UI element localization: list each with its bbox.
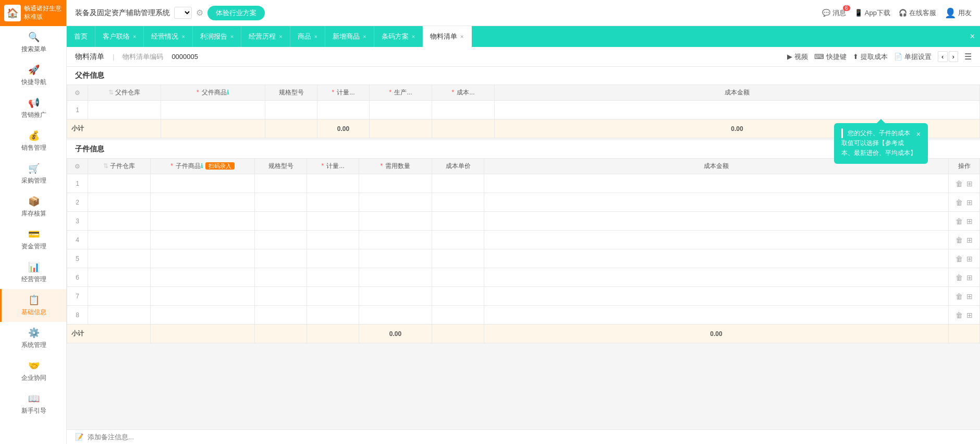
sidebar-item-search[interactable]: 🔍 搜索菜单 bbox=[0, 26, 66, 59]
child-spec-6[interactable] bbox=[255, 268, 307, 287]
copy-btn-6[interactable]: ⊞ bbox=[966, 273, 973, 282]
parent-spec-cell[interactable] bbox=[265, 101, 317, 119]
sidebar-item-system[interactable]: ⚙️ 系统管理 bbox=[0, 322, 66, 355]
tab-close-new-products[interactable]: × bbox=[363, 33, 366, 40]
sidebar-item-finance[interactable]: 💳 资金管理 bbox=[0, 223, 66, 256]
sidebar-item-guide[interactable]: 📖 新手引导 bbox=[0, 388, 66, 421]
note-input[interactable] bbox=[88, 433, 972, 441]
child-cost-unit-8[interactable] bbox=[432, 306, 484, 325]
copy-btn-1[interactable]: ⊞ bbox=[966, 179, 973, 188]
child-need-qty-5[interactable] bbox=[359, 249, 432, 268]
child-cost-unit-7[interactable] bbox=[432, 287, 484, 306]
delete-btn-5[interactable]: 🗑 bbox=[956, 255, 963, 263]
child-need-qty-4[interactable] bbox=[359, 231, 432, 249]
video-btn[interactable]: ▶ 视频 bbox=[787, 52, 808, 62]
delete-btn-6[interactable]: 🗑 bbox=[956, 273, 963, 282]
child-qty-2[interactable] bbox=[307, 193, 359, 212]
copy-btn-3[interactable]: ⊞ bbox=[966, 217, 973, 225]
sidebar-item-sales[interactable]: 💰 销售管理 bbox=[0, 125, 66, 158]
single-settings-btn[interactable]: 📄 单据设置 bbox=[894, 52, 932, 62]
child-warehouse-7[interactable] bbox=[88, 287, 151, 306]
parent-product-cell[interactable] bbox=[161, 101, 265, 119]
parent-cost-amount-cell[interactable] bbox=[495, 101, 980, 119]
child-product-2[interactable] bbox=[151, 193, 255, 212]
tab-profit[interactable]: 利润报告 × bbox=[193, 26, 241, 47]
child-warehouse-3[interactable] bbox=[88, 212, 151, 231]
th-parent-settings[interactable]: ⚙ bbox=[67, 85, 88, 101]
tab-operations[interactable]: 经营情况 × bbox=[144, 26, 192, 47]
child-cost-unit-6[interactable] bbox=[432, 268, 484, 287]
parent-cost-cell[interactable] bbox=[432, 101, 495, 119]
child-cost-unit-1[interactable] bbox=[432, 174, 484, 193]
online-service-btn[interactable]: 🎧 在线客服 bbox=[899, 8, 936, 18]
parent-qty-cell[interactable] bbox=[317, 101, 370, 119]
child-product-4[interactable] bbox=[151, 231, 255, 249]
child-spec-4[interactable] bbox=[255, 231, 307, 249]
child-cost-unit-5[interactable] bbox=[432, 249, 484, 268]
child-spec-8[interactable] bbox=[255, 306, 307, 325]
tab-close-history[interactable]: × bbox=[279, 33, 282, 40]
child-need-qty-2[interactable] bbox=[359, 193, 432, 212]
tab-history[interactable]: 经营历程 × bbox=[241, 26, 290, 47]
app-download-btn[interactable]: 📱 App下载 bbox=[854, 8, 890, 18]
child-cost-amount-6[interactable] bbox=[484, 268, 949, 287]
child-cost-amount-5[interactable] bbox=[484, 249, 949, 268]
copy-btn-4[interactable]: ⊞ bbox=[966, 236, 973, 244]
child-cost-amount-3[interactable] bbox=[484, 212, 949, 231]
shortcut-btn[interactable]: ⌨ 快捷键 bbox=[814, 52, 847, 62]
child-warehouse-4[interactable] bbox=[88, 231, 151, 249]
child-cost-unit-2[interactable] bbox=[432, 193, 484, 212]
child-need-qty-6[interactable] bbox=[359, 268, 432, 287]
system-select[interactable] bbox=[174, 7, 192, 19]
child-need-qty-8[interactable] bbox=[359, 306, 432, 325]
user-btn[interactable]: 👤 用友 bbox=[945, 7, 972, 19]
sidebar-item-operation[interactable]: 📊 经营管理 bbox=[0, 256, 66, 289]
child-cost-amount-1[interactable] bbox=[484, 174, 949, 193]
sidebar-item-enterprise[interactable]: 🤝 企业协同 bbox=[0, 355, 66, 388]
parent-prod-cell[interactable] bbox=[370, 101, 432, 119]
child-product-1[interactable] bbox=[151, 174, 255, 193]
tooltip-close-btn[interactable]: × bbox=[916, 128, 921, 140]
child-qty-6[interactable] bbox=[307, 268, 359, 287]
tab-close-customers[interactable]: × bbox=[133, 33, 136, 40]
child-spec-1[interactable] bbox=[255, 174, 307, 193]
scan-badge[interactable]: 扫码录入 bbox=[205, 162, 235, 170]
child-cost-amount-4[interactable] bbox=[484, 231, 949, 249]
child-spec-3[interactable] bbox=[255, 212, 307, 231]
next-page-btn[interactable]: › bbox=[949, 51, 958, 62]
extract-cost-btn[interactable]: ⬆ 提取成本 bbox=[853, 52, 888, 62]
tab-home[interactable]: 首页 bbox=[67, 26, 95, 47]
menu-icon[interactable]: ☰ bbox=[964, 52, 972, 62]
child-spec-5[interactable] bbox=[255, 249, 307, 268]
child-qty-5[interactable] bbox=[307, 249, 359, 268]
child-need-qty-7[interactable] bbox=[359, 287, 432, 306]
delete-btn-7[interactable]: 🗑 bbox=[956, 292, 963, 301]
prev-page-btn[interactable]: ‹ bbox=[938, 51, 947, 62]
delete-btn-8[interactable]: 🗑 bbox=[956, 311, 963, 319]
experience-btn[interactable]: 体验行业方案 bbox=[207, 6, 265, 20]
message-btn[interactable]: 💬 消息 6 bbox=[822, 8, 846, 18]
child-product-7[interactable] bbox=[151, 287, 255, 306]
child-qty-3[interactable] bbox=[307, 212, 359, 231]
sidebar-item-basic-info[interactable]: 📋 基础信息 bbox=[0, 289, 66, 322]
delete-btn-4[interactable]: 🗑 bbox=[956, 236, 963, 244]
copy-btn-7[interactable]: ⊞ bbox=[966, 292, 973, 301]
parent-warehouse-cell[interactable] bbox=[88, 101, 161, 119]
child-product-6[interactable] bbox=[151, 268, 255, 287]
copy-btn-5[interactable]: ⊞ bbox=[966, 255, 973, 263]
child-warehouse-8[interactable] bbox=[88, 306, 151, 325]
child-spec-2[interactable] bbox=[255, 193, 307, 212]
child-qty-1[interactable] bbox=[307, 174, 359, 193]
child-cost-amount-7[interactable] bbox=[484, 287, 949, 306]
sidebar-item-inventory[interactable]: 📦 库存核算 bbox=[0, 190, 66, 223]
tab-barcode[interactable]: 条码方案 × bbox=[374, 26, 423, 47]
child-spec-7[interactable] bbox=[255, 287, 307, 306]
child-need-qty-1[interactable] bbox=[359, 174, 432, 193]
sidebar-item-quick-nav[interactable]: 🚀 快捷导航 bbox=[0, 59, 66, 92]
child-qty-8[interactable] bbox=[307, 306, 359, 325]
tab-customers[interactable]: 客户联络 × bbox=[95, 26, 144, 47]
child-product-3[interactable] bbox=[151, 212, 255, 231]
child-qty-4[interactable] bbox=[307, 231, 359, 249]
child-cost-unit-4[interactable] bbox=[432, 231, 484, 249]
child-product-5[interactable] bbox=[151, 249, 255, 268]
